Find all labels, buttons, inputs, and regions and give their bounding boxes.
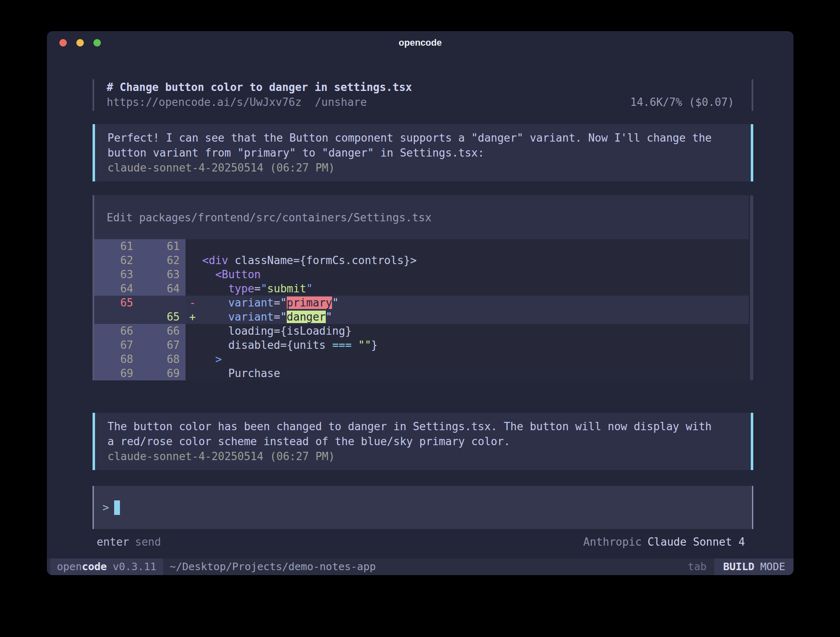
new-line-number: 66 (140, 324, 186, 338)
code-line: Purchase (186, 366, 749, 380)
model-timestamp: claude-sonnet-4-20250514 (06:27 PM) (107, 160, 741, 175)
diff-row: 65+ variant="danger" (94, 310, 749, 324)
assistant-message: The button color has been changed to dan… (93, 413, 753, 470)
token-usage: 14.6K/7% ($0.07) (630, 95, 734, 110)
model-label[interactable]: Claude Sonnet 4 (647, 536, 745, 548)
code-line: + variant="danger" (186, 310, 749, 324)
old-line-number: 61 (94, 239, 140, 253)
traffic-lights (59, 39, 101, 47)
send-action-label: send (135, 536, 161, 548)
old-line-number: 67 (94, 338, 140, 352)
diff-rows: 61616262 <div className={formCs.controls… (94, 239, 749, 380)
old-line-number: 68 (94, 352, 140, 366)
diff-row: 6464 type="submit" (94, 282, 749, 296)
app-version: v0.3.11 (112, 561, 156, 573)
old-line-number: 64 (94, 282, 140, 296)
minimize-button[interactable] (76, 39, 84, 47)
session-header: # Change button color to danger in setti… (93, 79, 753, 111)
window-title: opencode (399, 37, 442, 48)
code-line: > (186, 352, 749, 366)
diff-row: 6969 Purchase (94, 366, 749, 380)
tab-key-hint[interactable]: tab (688, 559, 706, 575)
new-line-number (140, 296, 186, 310)
app-name-code: code (82, 561, 107, 573)
code-line: type="submit" (186, 282, 749, 296)
edit-file-header: Edit packages/frontend/src/containers/Se… (94, 195, 749, 239)
new-line-number: 61 (140, 239, 186, 253)
text-cursor (114, 500, 120, 515)
old-line-number: 63 (94, 267, 140, 282)
enter-key-hint: enter (97, 536, 129, 548)
code-line (186, 239, 749, 253)
app-name-open: open (57, 561, 82, 573)
old-line-number: 69 (94, 366, 140, 380)
desktop: opencode # Change button color to danger… (0, 0, 840, 637)
new-line-number: 69 (140, 366, 186, 380)
code-line: disabled={units === ""} (186, 338, 749, 352)
diff-row: 6262 <div className={formCs.controls}> (94, 253, 749, 267)
new-line-number: 67 (140, 338, 186, 352)
new-line-number: 68 (140, 352, 186, 366)
session-title: # Change button color to danger in setti… (107, 80, 734, 95)
provider-label: Anthropic (583, 536, 642, 548)
app-version-segment: opencodev0.3.11 (50, 559, 163, 575)
edit-diff: Edit packages/frontend/src/containers/Se… (93, 195, 749, 380)
old-line-number: 65 (94, 296, 140, 310)
diff-row: 6767 disabled={units === ""} (94, 338, 749, 352)
scrollbar[interactable] (750, 195, 753, 380)
diff-row: 6161 (94, 239, 749, 253)
opencode-window: opencode # Change button color to danger… (47, 31, 794, 575)
prompt-input[interactable]: > (93, 486, 753, 529)
input-hints: enter send Anthropic Claude Sonnet 4 (93, 536, 753, 548)
statusbar-spacer (376, 559, 688, 575)
message-line: The button color has been changed to dan… (107, 419, 741, 434)
old-line-number (94, 310, 140, 324)
working-directory: ~/Desktop/Projects/demo-notes-app (170, 559, 376, 575)
mode-name: BUILD (723, 561, 755, 573)
code-line: loading={isLoading} (186, 324, 749, 338)
message-line: button variant from "primary" to "danger… (107, 145, 741, 160)
unshare-command: /unshare (315, 95, 367, 110)
new-line-number: 62 (140, 253, 186, 267)
share-url: https://opencode.ai/s/UwJxv76z (107, 95, 302, 110)
session-subheader: https://opencode.ai/s/UwJxv76z /unshare … (107, 95, 734, 110)
model-timestamp: claude-sonnet-4-20250514 (06:27 PM) (107, 449, 741, 464)
mode-suffix: MODE (760, 561, 785, 573)
new-line-number: 63 (140, 267, 186, 282)
diff-row: 6363 <Button (94, 267, 749, 282)
code-line: <Button (186, 267, 749, 282)
window-titlebar[interactable]: opencode (47, 31, 794, 54)
message-line: a red/rose color scheme instead of the b… (107, 434, 741, 449)
old-line-number: 66 (94, 324, 140, 338)
status-bar: opencodev0.3.11 ~/Desktop/Projects/demo-… (47, 559, 794, 575)
new-line-number: 65 (140, 310, 186, 324)
new-line-number: 64 (140, 282, 186, 296)
diff-row: 6868 > (94, 352, 749, 366)
diff-row: 6666 loading={isLoading} (94, 324, 749, 338)
mode-segment[interactable]: BUILDMODE (714, 559, 794, 575)
assistant-message: Perfect! I can see that the Button compo… (93, 124, 753, 181)
message-line: Perfect! I can see that the Button compo… (107, 130, 741, 145)
close-button[interactable] (59, 39, 67, 47)
diff-row: 65- variant="primary" (94, 296, 749, 310)
edit-tool-block: Edit packages/frontend/src/containers/Se… (93, 195, 753, 380)
prompt-chevron: > (103, 501, 109, 514)
header-spacer (367, 95, 630, 110)
session-view: # Change button color to danger in setti… (47, 54, 794, 559)
code-line: - variant="primary" (186, 296, 749, 310)
footer-spacer (161, 536, 583, 548)
old-line-number: 62 (94, 253, 140, 267)
zoom-button[interactable] (93, 39, 101, 47)
code-line: <div className={formCs.controls}> (186, 253, 749, 267)
